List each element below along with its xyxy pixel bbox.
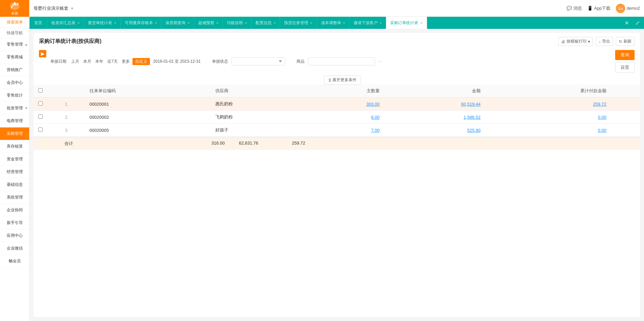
date-7days-btn[interactable]: 近7天 xyxy=(106,58,119,65)
tab-close-icon[interactable]: × xyxy=(114,21,116,25)
row-qty[interactable]: 7.00 xyxy=(305,124,383,137)
tab-pick-task[interactable]: 拣货任务管理 × xyxy=(280,17,317,29)
tab-overstock[interactable]: 超储预警 × xyxy=(194,17,223,29)
query-btn[interactable]: 查询 xyxy=(615,50,635,60)
tab-function-desc[interactable]: 功能说明 × xyxy=(223,17,251,29)
export-label: 导出 xyxy=(602,39,610,44)
goods-input[interactable] xyxy=(308,57,375,65)
tab-close-icon[interactable]: × xyxy=(420,21,422,25)
row-qty[interactable]: 303.00 xyxy=(305,98,383,111)
sidebar-item-label: 经营管理 xyxy=(7,169,23,175)
top-header: 母婴行业演示账套 ▾ 💬 消息 📱 App下载 Ea demo2 xyxy=(30,0,644,17)
status-select[interactable] xyxy=(231,57,285,65)
tab-close-icon[interactable]: × xyxy=(343,21,345,25)
tab-close-icon[interactable]: × xyxy=(245,21,247,25)
tab-config[interactable]: 配置信息 × xyxy=(252,17,280,29)
sidebar-search[interactable]: 搜索菜单 xyxy=(0,17,29,28)
tab-receive-summary[interactable]: 收发存汇总表 × xyxy=(47,17,84,29)
select-all-checkbox[interactable] xyxy=(38,88,43,93)
sidebar-item-retail-stats[interactable]: 零售统计 xyxy=(0,89,29,102)
row-paid[interactable]: 0.00 xyxy=(485,111,610,124)
row-amount[interactable]: 60,519.44 xyxy=(384,98,485,111)
row-seq: 1 xyxy=(47,98,86,111)
tab-purchase-stats[interactable]: 采购订单统计表 × xyxy=(386,17,427,29)
settings-btn[interactable]: 设置 xyxy=(615,62,635,73)
print-btn[interactable]: 🖨 按模板打印 ▾ xyxy=(558,37,593,46)
sidebar-item-member2[interactable]: 畅会员 xyxy=(0,255,29,268)
tab-order-summary[interactable]: 要货单统计表 × xyxy=(84,17,120,29)
sidebar-item-basic-info[interactable]: 基础信息 xyxy=(0,178,29,191)
expand-more-btn[interactable]: ⊻ 展开更多条件 xyxy=(324,75,361,85)
tab-close-icon[interactable]: × xyxy=(77,21,79,25)
sidebar-quick-nav[interactable]: 快捷导航 xyxy=(0,28,29,38)
sidebar-item-inventory[interactable]: 库存核算 xyxy=(0,140,29,153)
tab-inventory-ledger[interactable]: 可用量库存账本 × xyxy=(121,17,161,29)
tab-close-icon[interactable]: × xyxy=(216,21,218,25)
content-area: 采购订单统计表(按供应商) 🖨 按模板打印 ▾ ↓ 导出 ↻ 刷新 xyxy=(30,29,644,321)
row-paid[interactable]: 259.72 xyxy=(485,98,610,111)
sidebar-item-retail-manage[interactable]: 零售管理 ▲ xyxy=(0,38,29,51)
sidebar-item-member[interactable]: 会员中心 xyxy=(0,76,29,89)
row-checkbox[interactable] xyxy=(38,101,43,106)
sidebar-item-ecom[interactable]: 电商管理 xyxy=(0,115,29,127)
workspace-info: 母婴行业演示账套 ▾ xyxy=(34,5,73,11)
tab-bar-actions: ✕ ⤢ xyxy=(620,19,644,27)
tab-close-icon[interactable]: × xyxy=(155,21,157,25)
sidebar-item-system[interactable]: 系统管理 xyxy=(0,191,29,204)
sidebar-item-label: 企业微信 xyxy=(7,246,23,251)
sidebar-item-new-guide[interactable]: 新手引导 xyxy=(0,217,29,229)
tab-bar: 首页 收发存汇总表 × 要货单统计表 × 可用量库存账本 × 保质期查询 × 超… xyxy=(30,17,644,29)
refresh-btn[interactable]: ↻ 刷新 xyxy=(616,37,635,46)
tab-cost-adjust[interactable]: 成本调整单 × xyxy=(317,17,350,29)
tab-close-icon[interactable]: × xyxy=(380,21,382,25)
sidebar-item-capital[interactable]: 资金管理 xyxy=(0,153,29,166)
row-extra xyxy=(610,98,640,111)
sidebar-item-purchase[interactable]: 采购管理 xyxy=(0,127,29,140)
sidebar-item-wholesale[interactable]: 批发管理 ▼ xyxy=(0,102,29,115)
row-paid[interactable]: 0.00 xyxy=(485,124,610,137)
export-btn[interactable]: ↓ 导出 xyxy=(596,37,613,46)
row-qty[interactable]: 6.00 xyxy=(305,111,383,124)
tab-close-icon[interactable]: × xyxy=(274,21,276,25)
sidebar-item-retail-mall[interactable]: 零售商城 xyxy=(0,51,29,64)
tab-label: 要货单统计表 xyxy=(88,20,112,26)
row-amount[interactable]: 525.80 xyxy=(384,124,485,137)
sidebar-item-marketing[interactable]: 营销推广 xyxy=(0,64,29,76)
date-last-month-btn[interactable]: 上月 xyxy=(70,58,80,65)
sidebar-item-enterprise[interactable]: 企业协同 xyxy=(0,204,29,217)
tab-expand-icon[interactable]: ⤢ xyxy=(633,19,641,27)
sidebar-item-enterprise-wechat[interactable]: 企业微信 xyxy=(0,242,29,255)
row-checkbox[interactable] xyxy=(38,114,43,119)
data-table: 往来单位编码 供应商 主数量 金额 累计付款金额 1 00020001 惠氏奶粉 xyxy=(34,85,640,137)
footer-qty: 316.00 xyxy=(195,141,229,147)
table-row: 1 00020001 惠氏奶粉 303.00 60,519.44 259.72 xyxy=(34,98,640,111)
filter-toggle-btn[interactable]: ▶ xyxy=(39,50,46,57)
sidebar: 标题 搜索菜单 快捷导航 零售管理 ▲ 零售商城 营销推广 会员中心 零售统计 … xyxy=(0,0,30,321)
sidebar-item-label: 资金管理 xyxy=(7,156,23,162)
export-icon: ↓ xyxy=(599,39,601,44)
workspace-dropdown-icon[interactable]: ▾ xyxy=(71,6,73,11)
tab-close-icon[interactable]: × xyxy=(187,21,190,25)
sidebar-item-app-center[interactable]: 应用中心 xyxy=(0,229,29,242)
tab-close-all-icon[interactable]: ✕ xyxy=(623,19,631,27)
sidebar-logo[interactable]: 标题 xyxy=(0,0,29,17)
th-extra xyxy=(610,85,640,98)
tab-close-icon[interactable]: × xyxy=(310,21,312,25)
footer-label: 合计 xyxy=(64,141,195,147)
tab-warranty-query[interactable]: 保质期查询 × xyxy=(161,17,194,29)
row-checkbox[interactable] xyxy=(38,127,43,132)
sidebar-item-operations[interactable]: 经营管理 xyxy=(0,166,29,178)
date-this-month-btn[interactable]: 本月 xyxy=(82,58,93,65)
filter-container: ▶ 单据日期 上月 本月 本年 近7天 更多 自定义 2016-01-01 至 … xyxy=(34,46,640,85)
message-btn[interactable]: 💬 消息 xyxy=(567,5,582,11)
date-more-btn[interactable]: 更多 xyxy=(120,58,131,65)
tab-invite-customer[interactable]: 邀请下游客户 × xyxy=(350,17,386,29)
user-profile-btn[interactable]: Ea demo2 xyxy=(616,4,640,13)
tab-home[interactable]: 首页 xyxy=(30,17,47,29)
date-custom-btn[interactable]: 自定义 xyxy=(132,58,150,65)
app-download-btn[interactable]: 📱 App下载 xyxy=(587,5,610,11)
date-this-year-btn[interactable]: 本年 xyxy=(94,58,105,65)
goods-more-icon[interactable]: ··· xyxy=(378,59,382,64)
sidebar-item-label: 批发管理 xyxy=(7,105,23,111)
row-amount[interactable]: 1,586.52 xyxy=(384,111,485,124)
